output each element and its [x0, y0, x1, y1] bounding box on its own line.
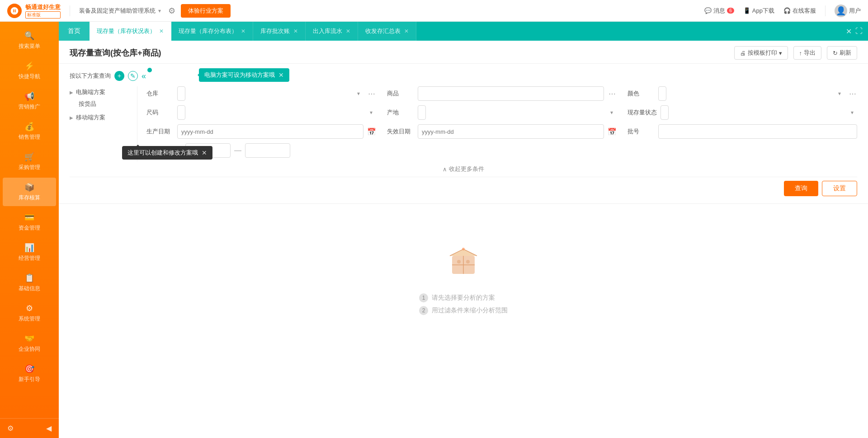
tab-inventory-status-label: 现存量（库存状况表） [97, 27, 156, 35]
tab-close-all-btn[interactable]: ✕ [846, 27, 852, 36]
tab-inventory-dist[interactable]: 现存量（库存分布表） ✕ [171, 22, 253, 41]
inventory-icon: 📦 [24, 182, 34, 192]
sidebar-item-search[interactable]: 🔍 搜索菜单 [3, 26, 56, 55]
inv-status-select[interactable] [660, 105, 669, 120]
tabbar-spacer [416, 22, 840, 41]
query-button[interactable]: 查询 [784, 181, 818, 196]
warehouse-select[interactable] [177, 86, 185, 101]
color-more-btn[interactable]: ⋯ [848, 89, 857, 98]
filter-edit-btn[interactable]: ✎ [128, 71, 138, 81]
label-batch: 批号 [627, 127, 655, 136]
scheme-tooltip-close[interactable]: ✕ [278, 71, 284, 79]
sidebar-item-operation[interactable]: 📊 经营管理 [3, 238, 56, 267]
step-2-num: 2 [419, 306, 428, 315]
scheme-item-product[interactable]: 按货品 [70, 98, 132, 110]
sidebar-item-inventory[interactable]: 📦 库存核算 [3, 178, 56, 206]
origin-select[interactable] [418, 105, 426, 120]
user-btn[interactable]: 👤 用户 [835, 5, 861, 17]
tabbar-controls: ✕ ⛶ [840, 22, 868, 41]
tab-inventory-status-close[interactable]: ✕ [159, 28, 164, 34]
sidebar-label-basic: 基础信息 [19, 285, 40, 292]
tab-inventory-status[interactable]: 现存量（库存状况表） ✕ [90, 22, 171, 41]
sidebar-item-finance[interactable]: 💳 资金管理 [3, 208, 56, 236]
group-mobile-arrow: ▶ [70, 115, 73, 120]
scheme-create-tooltip-close[interactable]: ✕ [202, 149, 207, 156]
tab-maximize-btn[interactable]: ⛶ [855, 27, 863, 35]
tab-in-out-flow-close[interactable]: ✕ [346, 28, 350, 34]
filter-arrow-left-btn[interactable]: « [142, 71, 146, 81]
sidebar-item-sales[interactable]: 💰 销售管理 [3, 117, 56, 146]
warehouse-more-btn[interactable]: ⋯ [367, 89, 376, 98]
filter-header-label: 按以下方案查询 [70, 72, 111, 80]
scheme-group-mobile-header[interactable]: ▶ 移动端方案 [70, 112, 132, 123]
label-product: 商品 [387, 89, 414, 98]
export-icon: ↑ [799, 50, 802, 57]
inv-amount-to[interactable] [245, 143, 290, 158]
settings-icon[interactable]: ⚙ [168, 6, 175, 16]
sidebar-label-quick-nav: 快捷导航 [19, 73, 40, 80]
message-btn[interactable]: 💬 消息 6 [704, 7, 734, 15]
group-expand-arrow: ▶ [70, 90, 73, 95]
dropdown-arrow: ▾ [158, 8, 161, 14]
tab-batch-account-close[interactable]: ✕ [293, 28, 298, 34]
scheme-create-tooltip: 这里可以创建和修改方案哦 ✕ [122, 146, 212, 160]
logo: 畅通道好生意 标准版 [7, 3, 61, 19]
reset-button[interactable]: 设置 [822, 181, 857, 196]
expiry-date-input[interactable] [418, 124, 604, 139]
sidebar-item-basic[interactable]: 📋 基础信息 [3, 268, 56, 297]
newbie-icon: 🎯 [24, 364, 34, 374]
export-btn[interactable]: ↑ 导出 [793, 46, 822, 60]
system-selector[interactable]: 装备及固定资产辅助管理系统 ▾ [79, 7, 161, 15]
refresh-btn[interactable]: ↻ 刷新 [827, 46, 857, 60]
online-service-btn[interactable]: 🎧 在线客服 [783, 7, 816, 15]
topbar-right: 💬 消息 6 📱 App下载 🎧 在线客服 👤 用户 [704, 5, 861, 17]
filter-field-expiry-date: 失效日期 📅 [387, 124, 617, 139]
color-select-wrap [658, 86, 844, 101]
sidebar-item-marketing[interactable]: 📢 营销推广 [3, 87, 56, 115]
sidebar-item-purchase[interactable]: 🛒 采购管理 [3, 147, 56, 176]
label-prod-date: 生产日期 [146, 127, 174, 136]
app-download-btn[interactable]: 📱 App下载 [743, 7, 774, 15]
step-1-text: 请先选择要分析的方案 [432, 294, 495, 302]
empty-step-1: 1 请先选择要分析的方案 [419, 293, 508, 302]
color-select[interactable] [658, 86, 666, 101]
label-origin: 产地 [387, 108, 414, 117]
quick-nav-icon: ⚡ [24, 61, 34, 71]
product-input[interactable] [418, 86, 604, 101]
tab-home[interactable]: 首页 [59, 22, 90, 41]
batch-input[interactable] [658, 124, 857, 139]
empty-state: 1 请先选择要分析的方案 2 用过滤条件来缩小分析范围 [59, 204, 868, 351]
sidebar-label-newbie: 新手引导 [19, 376, 40, 383]
scheme-group-desktop-header[interactable]: ▶ 电脑端方案 [70, 86, 132, 98]
collapse-label: 收起更多条件 [449, 165, 484, 173]
empty-steps: 1 请先选择要分析的方案 2 用过滤条件来缩小分析范围 [419, 293, 508, 315]
sidebar-settings-icon[interactable]: ⚙ [7, 424, 14, 433]
trial-button[interactable]: 体验行业方案 [181, 4, 231, 18]
tab-in-out-flow-label: 出入库流水 [313, 27, 342, 35]
sidebar-item-system[interactable]: ⚙ 系统管理 [3, 299, 56, 327]
size-select[interactable] [177, 105, 185, 120]
collapse-btn[interactable]: ∧ 收起更多条件 [443, 165, 484, 173]
prod-date-input[interactable] [177, 124, 363, 139]
sidebar-label-purchase: 采购管理 [19, 164, 40, 171]
sidebar-item-newbie[interactable]: 🎯 新手引导 [3, 359, 56, 388]
sidebar-item-quick-nav[interactable]: ⚡ 快捷导航 [3, 57, 56, 85]
tab-inventory-dist-close[interactable]: ✕ [241, 28, 245, 34]
prod-date-calendar-icon[interactable]: 📅 [367, 127, 376, 136]
topbar: 畅通道好生意 标准版 装备及固定资产辅助管理系统 ▾ ⚙ 体验行业方案 💬 消息… [0, 0, 868, 22]
online-service-label: 在线客服 [793, 7, 816, 15]
sidebar: 🔍 搜索菜单 ⚡ 快捷导航 📢 营销推广 💰 销售管理 🛒 采购管理 📦 库存核… [0, 22, 59, 438]
filter-add-btn[interactable]: ＋ [114, 71, 124, 81]
product-more-btn[interactable]: ⋯ [608, 89, 617, 98]
tab-in-out-flow[interactable]: 出入库流水 ✕ [306, 22, 358, 41]
logo-icon [7, 4, 22, 18]
expiry-date-calendar-icon[interactable]: 📅 [608, 127, 617, 136]
tab-recv-send-summary[interactable]: 收发存汇总表 ✕ [358, 22, 416, 41]
tab-recv-send-summary-close[interactable]: ✕ [404, 28, 409, 34]
sidebar-collapse-icon[interactable]: ◀ [46, 424, 52, 433]
print-template-btn[interactable]: 🖨 按模板打印 ▾ [734, 46, 788, 60]
sidebar-label-sales: 销售管理 [19, 133, 40, 141]
filter-field-product: 商品 ⋯ [387, 86, 617, 101]
tab-batch-account[interactable]: 库存批次账 ✕ [253, 22, 306, 41]
sidebar-item-enterprise[interactable]: 🤝 企业协同 [3, 329, 56, 358]
